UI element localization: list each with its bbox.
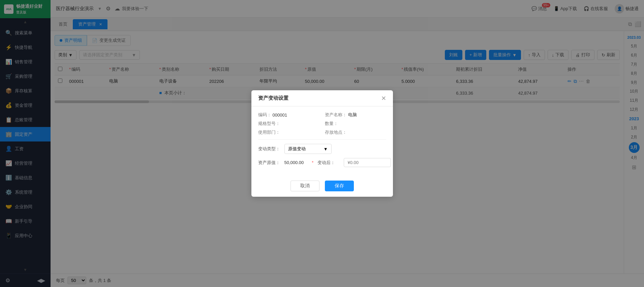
- change-type-chevron-icon: ▼: [324, 147, 328, 152]
- modal-code-field: 编码： 000001: [258, 112, 319, 118]
- required-mark: *: [312, 160, 313, 165]
- save-button[interactable]: 保存: [325, 181, 354, 191]
- modal-title: 资产变动设置: [258, 95, 288, 101]
- modal-footer: 取消 保存: [251, 177, 393, 197]
- modal-change-type-row: 变动类型： 原值变动 ▼: [258, 144, 386, 154]
- cancel-button[interactable]: 取消: [290, 181, 319, 191]
- modal-asset-name-field: 资产名称： 电脑: [325, 112, 386, 118]
- modal-storage-field: 存放地点：: [325, 129, 386, 135]
- modal-header: 资产变动设置 ✕: [251, 90, 393, 106]
- modal-overlay[interactable]: 资产变动设置 ✕ 编码： 000001 资产名称： 电脑 规格型号： 数量：: [0, 0, 644, 287]
- modal-department-field: 使用部门：: [258, 129, 319, 135]
- original-value-display: 50,000.00: [284, 160, 304, 165]
- original-value-label: 资产原值：: [258, 160, 282, 166]
- change-type-select[interactable]: 原值变动 ▼: [284, 144, 332, 154]
- asset-change-modal: 资产变动设置 ✕ 编码： 000001 资产名称： 电脑 规格型号： 数量：: [251, 90, 393, 197]
- modal-original-value-row: 资产原值： 50,000.00 * 变动后：: [258, 158, 386, 167]
- modal-body: 编码： 000001 资产名称： 电脑 规格型号： 数量： 使用部门：: [251, 106, 393, 177]
- modal-info-grid: 编码： 000001 资产名称： 电脑 规格型号： 数量： 使用部门：: [258, 112, 386, 140]
- modal-quantity-field: 数量：: [325, 121, 386, 127]
- after-change-input[interactable]: [344, 158, 391, 167]
- modal-spec-field: 规格型号：: [258, 121, 319, 127]
- after-change-label: 变动后：: [317, 160, 341, 166]
- modal-close-btn[interactable]: ✕: [381, 95, 386, 101]
- change-type-label: 变动类型：: [258, 146, 282, 152]
